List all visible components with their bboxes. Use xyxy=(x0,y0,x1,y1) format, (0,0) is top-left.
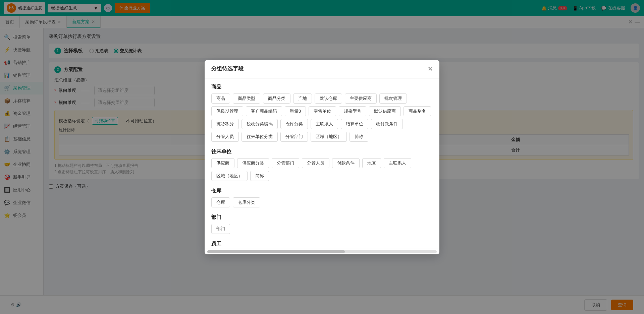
modal-close-button[interactable]: ✕ xyxy=(428,65,433,73)
field-tag-supplier[interactable]: 供应商 xyxy=(211,158,234,168)
field-tag-settlement-unit[interactable]: 结算单位 xyxy=(341,119,368,129)
modal-overlay: 分组待选字段 ✕ 商品 商品 商品类型 商品分类 产地 默认仓库 主要供应商 批… xyxy=(0,0,644,314)
field-tag-batch[interactable]: 批次管理 xyxy=(379,93,407,104)
section-partner-title: 往来单位 xyxy=(211,148,433,155)
field-tag-goods-alias[interactable]: 商品别名 xyxy=(404,106,431,116)
dept-field-tags: 部门 xyxy=(211,224,433,234)
field-tag-warehouse-cat2[interactable]: 仓库分类 xyxy=(233,197,260,207)
field-tag-spec[interactable]: 规格型号 xyxy=(339,106,366,116)
field-tag-customer-code[interactable]: 客户商品编码 xyxy=(246,106,282,116)
field-tag-abbr[interactable]: 简称 xyxy=(350,132,368,142)
modal-header: 分组待选字段 ✕ xyxy=(205,60,439,78)
field-tag-goods-type[interactable]: 商品类型 xyxy=(233,93,260,104)
field-tag-region[interactable]: 区域（地区） xyxy=(311,132,347,142)
field-tag-partner-cat[interactable]: 往来单位分类 xyxy=(241,132,278,142)
goods-field-tags: 商品 商品类型 商品分类 产地 默认仓库 主要供应商 批次管理 保质期管理 客户… xyxy=(211,93,433,142)
field-tag-dept-manage[interactable]: 分管部门 xyxy=(280,132,308,142)
hscroll-bar xyxy=(207,250,437,253)
field-tag-goods[interactable]: 商品 xyxy=(211,93,230,104)
field-tag-area[interactable]: 地区 xyxy=(362,158,381,168)
modal-scrollbar[interactable] xyxy=(205,249,439,254)
modal-title: 分组待选字段 xyxy=(211,65,244,72)
field-tag-expiry[interactable]: 保质期管理 xyxy=(211,106,243,116)
section-warehouse-title: 仓库 xyxy=(211,188,433,194)
field-tag-default-supplier[interactable]: 默认供应商 xyxy=(369,106,401,116)
section-goods-title: 商品 xyxy=(211,84,433,90)
field-tag-warehouse-cat[interactable]: 仓库分类 xyxy=(280,119,308,129)
section-partner: 往来单位 供应商 供应商分类 分管部门 分管人员 付款条件 地区 主联系人 区域… xyxy=(211,148,433,181)
field-tag-dept[interactable]: 部门 xyxy=(211,224,230,234)
field-tag-manager[interactable]: 分管人员 xyxy=(211,132,239,142)
section-employee-title: 员工 xyxy=(211,241,433,247)
field-tag-tax-code[interactable]: 税收分类编码 xyxy=(241,119,278,129)
field-tag-pick-points[interactable]: 拣货积分 xyxy=(211,119,239,129)
warehouse-field-tags: 仓库 仓库分类 xyxy=(211,197,433,207)
field-tag-abbr2[interactable]: 简称 xyxy=(250,171,269,181)
field-tag-default-warehouse[interactable]: 默认仓库 xyxy=(315,93,342,104)
field-tag-supplier-cat[interactable]: 供应商分类 xyxy=(237,158,269,168)
field-tag-main-supplier[interactable]: 主要供应商 xyxy=(345,93,377,104)
field-tag-warehouse[interactable]: 仓库 xyxy=(211,197,230,207)
field-tag-main-contact2[interactable]: 主联系人 xyxy=(384,158,411,168)
field-tag-main-contact[interactable]: 主联系人 xyxy=(311,119,338,129)
field-selector-modal: 分组待选字段 ✕ 商品 商品 商品类型 商品分类 产地 默认仓库 主要供应商 批… xyxy=(205,60,439,254)
modal-body: 商品 商品 商品类型 商品分类 产地 默认仓库 主要供应商 批次管理 保质期管理… xyxy=(205,78,439,249)
field-tag-payment-terms[interactable]: 收付款条件 xyxy=(371,119,403,129)
partner-field-tags: 供应商 供应商分类 分管部门 分管人员 付款条件 地区 主联系人 区域（地区） … xyxy=(211,158,433,181)
field-tag-retail-unit[interactable]: 零售单位 xyxy=(309,106,336,116)
field-tag-manager2[interactable]: 分管人员 xyxy=(302,158,329,168)
field-tag-goods-cat[interactable]: 商品分类 xyxy=(263,93,290,104)
field-tag-region2[interactable]: 区域（地区） xyxy=(211,171,248,181)
field-tag-weight[interactable]: 重量3 xyxy=(285,106,306,116)
section-dept: 部门 部门 xyxy=(211,214,433,234)
section-dept-title: 部门 xyxy=(211,214,433,221)
field-tag-origin[interactable]: 产地 xyxy=(293,93,312,104)
section-employee: 员工 业务员 xyxy=(211,241,433,249)
field-tag-dept-manage2[interactable]: 分管部门 xyxy=(272,158,299,168)
hscroll-thumb xyxy=(207,250,345,253)
section-goods: 商品 商品 商品类型 商品分类 产地 默认仓库 主要供应商 批次管理 保质期管理… xyxy=(211,84,433,142)
field-tag-payment-cond[interactable]: 付款条件 xyxy=(332,158,360,168)
section-warehouse: 仓库 仓库 仓库分类 xyxy=(211,188,433,207)
